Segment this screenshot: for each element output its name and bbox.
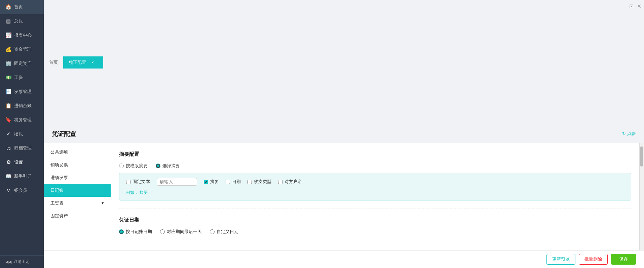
- panel-body: 摘要配置 按模版摘要 选择摘要: [111, 143, 639, 268]
- left-nav: 公共选项 销项发票 进项发票 日记账 工资表 ▾ 固定资产: [44, 143, 111, 268]
- closing-icon: ✔: [5, 131, 11, 137]
- sidebar: 🏠 首页 ▤ 总账 📈 报表中心 💰 资金管理 🏢 固定资产 💵 工资 🧾 发票…: [0, 0, 44, 268]
- summary-radio-template-input[interactable]: [119, 164, 124, 168]
- archive-icon: 🗂: [5, 145, 11, 151]
- restore-button[interactable]: ⊡: [629, 3, 634, 9]
- tab-home[interactable]: 首页: [44, 56, 63, 69]
- left-nav-public[interactable]: 公共选项: [44, 146, 111, 159]
- summary-section-title: 摘要配置: [119, 151, 631, 158]
- main-area: 首页 凭证配置 × ⊡ ✕ 凭证配置 ↻ 刷新 公共选项 销项发票: [44, 0, 644, 268]
- scrollbar-thumb[interactable]: [640, 146, 643, 167]
- voucher-date-radio-group: 按日记账日期 对应期间最后一天 自定义日期: [119, 229, 631, 235]
- content-area: 公共选项 销项发票 进项发票 日记账 工资表 ▾ 固定资产: [44, 143, 644, 268]
- window-controls: ⊡ ✕: [629, 0, 644, 12]
- sidebar-unpin-button[interactable]: ◀◀ 取消固定: [0, 255, 44, 268]
- batch-delete-button[interactable]: 批量删除: [579, 254, 608, 265]
- tab-close-button[interactable]: ×: [91, 56, 94, 69]
- reports-icon: 📈: [5, 32, 11, 38]
- ledger-icon: ▤: [5, 18, 11, 24]
- voucher-date-radio-last-day[interactable]: 对应期间最后一天: [160, 229, 202, 235]
- sidebar-item-reports[interactable]: 📈 报表中心: [0, 28, 44, 42]
- checkbox-summary-input[interactable]: [204, 180, 208, 184]
- sidebar-item-settings[interactable]: ⚙ 设置: [0, 155, 44, 169]
- guide-icon: 📖: [5, 173, 11, 179]
- summary-section: 摘要配置 按模版摘要 选择摘要: [119, 143, 631, 209]
- settings-icon: ⚙: [5, 159, 11, 165]
- left-nav-purchase-invoice[interactable]: 进项发票: [44, 171, 111, 184]
- voucher-date-section: 凭证日期 按日记账日期 对应期间最后一天 自定义日期: [119, 209, 631, 243]
- sidebar-item-ledger[interactable]: ▤ 总账: [0, 14, 44, 28]
- summary-radio-select-input[interactable]: [156, 164, 160, 168]
- example-value: 摘要: [140, 190, 148, 195]
- funds-icon: 💰: [5, 46, 11, 52]
- sidebar-item-assets[interactable]: 🏢 固定资产: [0, 56, 44, 71]
- bottom-action-bar: 更新预览 批量删除 保存: [44, 250, 644, 268]
- refresh-icon: ↻: [622, 131, 626, 136]
- summary-radio-select[interactable]: 选择摘要: [156, 163, 180, 169]
- save-button[interactable]: 保存: [611, 254, 636, 265]
- checkbox-income-type-input[interactable]: [248, 180, 252, 184]
- voucher-date-custom-input[interactable]: [210, 229, 215, 234]
- checkbox-counterparty[interactable]: 对方户名: [278, 179, 302, 185]
- close-button[interactable]: ✕: [637, 3, 641, 9]
- sidebar-item-tax[interactable]: 🔖 税务管理: [0, 113, 44, 127]
- checkbox-fixed-text[interactable]: 固定文本: [126, 179, 150, 185]
- purchase-icon: 📋: [5, 103, 11, 109]
- refresh-button[interactable]: ↻ 刷新: [622, 131, 636, 137]
- fixed-text-input[interactable]: [157, 178, 197, 186]
- sidebar-item-home[interactable]: 🏠 首页: [0, 0, 44, 14]
- sidebar-item-purchase[interactable]: 📋 进销台账: [0, 99, 44, 113]
- sidebar-item-closing[interactable]: ✔ 结账: [0, 127, 44, 141]
- payroll-expand-icon: ▾: [102, 200, 104, 206]
- scrollbar-track[interactable]: ▼: [639, 143, 644, 268]
- left-nav-payroll[interactable]: 工资表 ▾: [44, 197, 111, 210]
- page-header: 凭证配置 ↻ 刷新: [44, 125, 644, 143]
- tab-voucher-config[interactable]: 凭证配置 ×: [63, 56, 103, 69]
- tax-icon: 🔖: [5, 117, 11, 123]
- checkbox-fixed-text-input[interactable]: [126, 180, 130, 184]
- checkbox-counterparty-input[interactable]: [278, 180, 282, 184]
- summary-example: 例如： 摘要: [126, 190, 624, 195]
- summary-radio-template[interactable]: 按模版摘要: [119, 163, 148, 169]
- voucher-date-title: 凭证日期: [119, 217, 631, 223]
- checkbox-income-type[interactable]: 收支类型: [248, 179, 271, 185]
- invoice-icon: 🧾: [5, 89, 11, 95]
- example-label: 例如：: [126, 190, 138, 195]
- voucher-date-journal-input[interactable]: [119, 229, 124, 234]
- member-icon: V: [5, 188, 11, 193]
- checkbox-date[interactable]: 日期: [226, 179, 241, 185]
- salary-icon: 💵: [5, 75, 11, 81]
- sidebar-item-salary[interactable]: 💵 工资: [0, 71, 44, 85]
- checkbox-summary[interactable]: 摘要: [204, 179, 219, 185]
- sidebar-item-guide[interactable]: 📖 新手引导: [0, 169, 44, 183]
- right-panel: 摘要配置 按模版摘要 选择摘要: [111, 143, 639, 268]
- home-icon: 🏠: [5, 4, 11, 10]
- summary-checkbox-row: 固定文本 摘要 日期: [126, 178, 624, 186]
- voucher-date-radio-journal[interactable]: 按日记账日期: [119, 229, 152, 235]
- left-nav-fixed-assets[interactable]: 固定资产: [44, 210, 111, 222]
- sidebar-item-archive[interactable]: 🗂 归档管理: [0, 141, 44, 155]
- sidebar-item-funds[interactable]: 💰 资金管理: [0, 42, 44, 56]
- assets-icon: 🏢: [5, 60, 11, 66]
- checkbox-date-input[interactable]: [226, 180, 230, 184]
- page-title: 凭证配置: [52, 130, 76, 138]
- voucher-date-radio-custom[interactable]: 自定义日期: [210, 229, 238, 235]
- summary-radio-group: 按模版摘要 选择摘要: [119, 163, 631, 169]
- left-nav-journal[interactable]: 日记账: [44, 184, 111, 197]
- tabs-bar: 首页 凭证配置 × ⊡ ✕: [44, 0, 644, 125]
- pin-icon: ◀◀: [5, 260, 11, 264]
- update-preview-button[interactable]: 更新预览: [546, 254, 575, 265]
- voucher-date-last-day-input[interactable]: [160, 229, 165, 234]
- left-nav-sales-invoice[interactable]: 销项发票: [44, 159, 111, 171]
- sidebar-item-invoice[interactable]: 🧾 发票管理: [0, 85, 44, 99]
- sidebar-item-member[interactable]: V 畅会员: [0, 183, 44, 197]
- summary-box: 固定文本 摘要 日期: [119, 173, 631, 200]
